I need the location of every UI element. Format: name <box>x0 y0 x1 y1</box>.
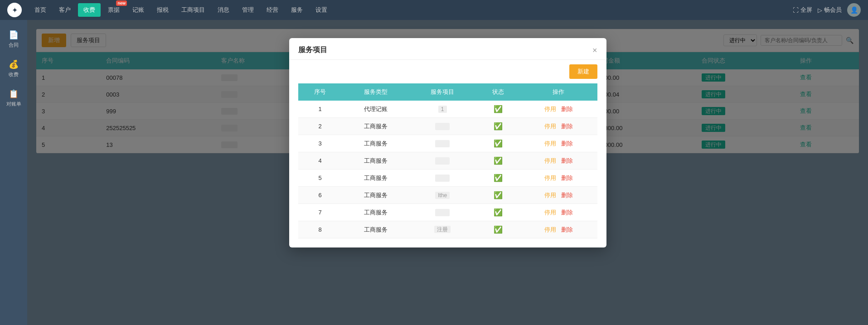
scell-status: ✅ <box>476 204 520 221</box>
vip-button[interactable]: ▷ 畅会员 <box>818 6 842 14</box>
service-header-row: 序号 服务类型 服务项目 状态 操作 <box>298 83 597 101</box>
scell-no: 2 <box>298 118 342 135</box>
service-table-row: 5 工商服务 ✅ 停用 删除 <box>298 170 597 187</box>
scell-action: 停用 删除 <box>520 221 597 238</box>
scell-item <box>409 118 476 135</box>
scell-item <box>409 152 476 170</box>
modal-close-button[interactable]: × <box>592 46 597 54</box>
nav-shoufei[interactable]: 收费 <box>78 3 101 17</box>
nav-guanli[interactable]: 管理 <box>237 3 259 17</box>
delete-button[interactable]: 删除 <box>561 123 573 130</box>
modal-header: 服务项目 × <box>289 38 606 60</box>
service-table-row: 4 工商服务 ✅ 停用 删除 <box>298 152 597 170</box>
scell-no: 8 <box>298 221 342 238</box>
scell-status: ✅ <box>476 118 520 135</box>
sth-status: 状态 <box>476 83 520 101</box>
fullscreen-button[interactable]: ⛶ 全屏 <box>793 6 812 14</box>
service-table-row: 1 代理记账 1 ✅ 停用 删除 <box>298 101 597 118</box>
delete-button[interactable]: 删除 <box>561 192 573 199</box>
content-area: 新增 服务项目 进行中 已完成 已终止 🔍 序 <box>27 20 868 325</box>
sidebar: 📄 合同 💰 收费 📋 对账单 <box>0 20 27 325</box>
sidebar-label-shoufei: 收费 <box>9 71 19 78</box>
modal-title: 服务项目 <box>298 45 327 55</box>
scell-action: 停用 删除 <box>520 135 597 152</box>
scell-status: ✅ <box>476 221 520 238</box>
scell-action: 停用 删除 <box>520 101 597 118</box>
vip-icon: ▷ <box>818 7 822 14</box>
scell-type: 工商服务 <box>342 152 409 170</box>
scell-status: ✅ <box>476 187 520 204</box>
delete-button[interactable]: 删除 <box>561 157 573 164</box>
modal-new-button[interactable]: 新建 <box>569 64 597 79</box>
user-avatar[interactable]: 👤 <box>847 3 861 17</box>
sidebar-label-hetong: 合同 <box>9 42 19 49</box>
scell-no: 1 <box>298 101 342 118</box>
nav-baoshui[interactable]: 报税 <box>151 3 174 17</box>
nav-home[interactable]: 首页 <box>29 3 52 17</box>
delete-button[interactable]: 删除 <box>561 106 573 112</box>
delete-button[interactable]: 删除 <box>561 175 573 181</box>
sidebar-item-duizhang[interactable]: 📋 对账单 <box>0 83 27 113</box>
status-check-icon: ✅ <box>494 226 503 233</box>
nav-piao[interactable]: 票据 new <box>102 3 125 17</box>
status-check-icon: ✅ <box>494 105 503 113</box>
scell-item: 1 <box>409 101 476 118</box>
delete-button[interactable]: 删除 <box>561 140 573 147</box>
service-table-row: 7 工商服务 ✅ 停用 删除 <box>298 204 597 221</box>
scell-no: 5 <box>298 170 342 187</box>
nav-jingying[interactable]: 经营 <box>261 3 284 17</box>
scell-status: ✅ <box>476 152 520 170</box>
scell-no: 6 <box>298 187 342 204</box>
scell-status: ✅ <box>476 101 520 118</box>
modal-toolbar: 新建 <box>289 60 606 83</box>
nav-gongshang[interactable]: 工商项目 <box>176 3 210 17</box>
app-logo: ✦ <box>7 3 22 17</box>
status-check-icon: ✅ <box>494 122 503 130</box>
scell-type: 代理记账 <box>342 101 409 118</box>
stop-button[interactable]: 停用 <box>544 157 556 164</box>
service-table: 序号 服务类型 服务项目 状态 操作 1 代理记账 1 ✅ 停用 删除 2 工商… <box>298 83 597 238</box>
nav-shezhi[interactable]: 设置 <box>310 3 333 17</box>
status-check-icon: ✅ <box>494 140 503 147</box>
sth-item: 服务项目 <box>409 83 476 101</box>
status-check-icon: ✅ <box>494 191 503 199</box>
scell-action: 停用 删除 <box>520 118 597 135</box>
sth-no: 序号 <box>298 83 342 101</box>
scell-action: 停用 删除 <box>520 187 597 204</box>
delete-button[interactable]: 删除 <box>561 209 573 216</box>
scell-type: 工商服务 <box>342 221 409 238</box>
scell-type: 工商服务 <box>342 118 409 135</box>
stop-button[interactable]: 停用 <box>544 209 556 216</box>
stop-button[interactable]: 停用 <box>544 192 556 199</box>
nav-fuwu[interactable]: 服务 <box>286 3 308 17</box>
sidebar-item-hetong[interactable]: 📄 合同 <box>0 24 27 54</box>
scell-action: 停用 删除 <box>520 170 597 187</box>
stop-button[interactable]: 停用 <box>544 175 556 181</box>
scell-item <box>409 204 476 221</box>
nav-xiaoxi[interactable]: 消息 <box>212 3 235 17</box>
new-badge: new <box>116 0 127 6</box>
scell-type: 工商服务 <box>342 170 409 187</box>
scell-status: ✅ <box>476 170 520 187</box>
modal-body[interactable]: 序号 服务类型 服务项目 状态 操作 1 代理记账 1 ✅ 停用 删除 2 工商… <box>289 83 606 247</box>
scell-type: 工商服务 <box>342 204 409 221</box>
scell-no: 4 <box>298 152 342 170</box>
modal-overlay: 服务项目 × 新建 序号 服务类型 服务项目 状态 <box>27 20 868 325</box>
service-table-row: 2 工商服务 ✅ 停用 删除 <box>298 118 597 135</box>
top-navigation: ✦ 首页 客户 收费 票据 new 记账 报税 工商项目 消息 管理 经营 服务… <box>0 0 868 20</box>
stop-button[interactable]: 停用 <box>544 123 556 130</box>
nav-jizhang[interactable]: 记账 <box>127 3 150 17</box>
nav-client[interactable]: 客户 <box>53 3 76 17</box>
stop-button[interactable]: 停用 <box>544 226 556 233</box>
main-layout: 📄 合同 💰 收费 📋 对账单 新增 服务项目 进行中 已完成 已终止 <box>0 20 868 325</box>
stop-button[interactable]: 停用 <box>544 140 556 147</box>
sidebar-item-shoufei[interactable]: 💰 收费 <box>0 54 27 83</box>
list-icon: 📋 <box>9 89 19 99</box>
status-check-icon: ✅ <box>494 209 503 216</box>
scell-type: 工商服务 <box>342 187 409 204</box>
scell-no: 3 <box>298 135 342 152</box>
delete-button[interactable]: 删除 <box>561 226 573 233</box>
scell-action: 停用 删除 <box>520 204 597 221</box>
stop-button[interactable]: 停用 <box>544 106 556 112</box>
scell-status: ✅ <box>476 135 520 152</box>
